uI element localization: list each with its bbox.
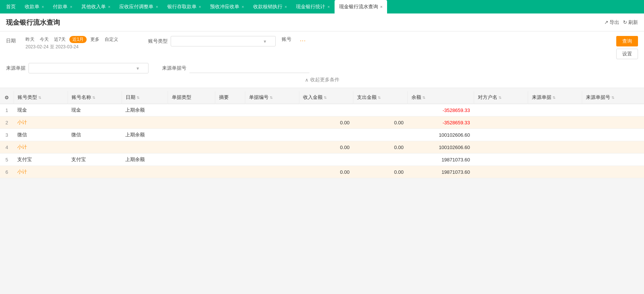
- collapse-button[interactable]: ∧ 收起更多条件: [6, 76, 638, 83]
- date-group: 昨天 今天 近7天 近1月 更多 自定义 2023-02-24 至 2023-0…: [24, 36, 120, 50]
- nav-tab-8[interactable]: 现金银行流水查询 ×: [335, 0, 387, 13]
- sort-account-name[interactable]: 账号名称 ⇅: [72, 94, 118, 101]
- row-num: 5: [0, 154, 14, 166]
- col-source-doc-no: 来源单据号 ⇅: [582, 91, 644, 104]
- cell-counterparty: [474, 154, 528, 166]
- cell-source-doc-no: [582, 129, 644, 141]
- cell-counterparty: [474, 166, 528, 178]
- close-tab-8-icon[interactable]: ×: [380, 4, 383, 9]
- cell-source-doc-no: [582, 154, 644, 166]
- source-doc-no-label: 来源单据号: [162, 65, 186, 72]
- export-button[interactable]: ↗ 导出: [604, 19, 619, 26]
- data-table: ⚙ 账号类型 ⇅ 账号名称 ⇅ 日期: [0, 91, 644, 178]
- nav-tab-4[interactable]: 银行存取款单 ×: [163, 0, 206, 13]
- sort-date[interactable]: 日期 ⇅: [126, 94, 164, 101]
- col-doc-no: 单据编号 ⇅: [245, 91, 299, 104]
- sort-source-doc-icon: ⇅: [552, 96, 555, 100]
- cell-account-name: [68, 166, 122, 178]
- cell-summary: [215, 116, 245, 129]
- nav-tab-5[interactable]: 预收冲应收单 ×: [206, 0, 248, 13]
- sort-source-doc[interactable]: 来源单据 ⇅: [532, 94, 578, 101]
- date-btn-1month[interactable]: 近1月: [69, 36, 87, 43]
- account-ellipsis-button[interactable]: ...: [300, 36, 306, 43]
- close-tab-6-icon[interactable]: ×: [285, 4, 287, 9]
- account-label: 账号: [282, 36, 297, 43]
- cell-balance: -3528659.33: [407, 116, 474, 129]
- table-row: 3 微信 微信 上期余额 100102606.60: [0, 129, 644, 141]
- sort-expense[interactable]: 支出金额 ⇅: [357, 94, 403, 101]
- close-tab-1-icon[interactable]: ×: [70, 4, 72, 9]
- sort-source-doc-no[interactable]: 来源单据号 ⇅: [586, 94, 640, 101]
- cell-date: 上期余额: [122, 154, 168, 166]
- sort-account-type-icon: ⇅: [38, 96, 41, 100]
- col-doc-type: 单据类型: [168, 91, 215, 104]
- date-btn-7days[interactable]: 近7天: [53, 36, 67, 43]
- close-tab-2-icon[interactable]: ×: [108, 4, 110, 9]
- filter-area: 日期 昨天 今天 近7天 近1月 更多 自定义 2023-02-24 至 202…: [0, 31, 644, 88]
- row-num: 4: [0, 141, 14, 154]
- table-row: 4 小计 0.00 0.00 100102606.60: [0, 141, 644, 154]
- sort-counterparty[interactable]: 对方户名 ⇅: [478, 94, 524, 101]
- close-tab-4-icon[interactable]: ×: [199, 4, 201, 9]
- nav-tab-2[interactable]: 其他收入单 ×: [77, 0, 115, 13]
- query-button[interactable]: 查询: [616, 36, 638, 46]
- page-title: 现金银行流水查询: [6, 18, 60, 27]
- col-summary: 摘要: [215, 91, 245, 104]
- sort-account-type[interactable]: 账号类型 ⇅: [18, 94, 64, 101]
- sort-balance[interactable]: 余额 ⇅: [411, 94, 470, 101]
- cell-summary: [215, 166, 245, 178]
- close-tab-3-icon[interactable]: ×: [156, 4, 158, 9]
- cell-summary: [215, 104, 245, 116]
- close-tab-5-icon[interactable]: ×: [242, 4, 244, 9]
- source-doc-chevron-icon: ▾: [137, 66, 139, 71]
- date-btn-yesterday[interactable]: 昨天: [24, 36, 36, 43]
- nav-tab-7[interactable]: 现金银行统计 ×: [291, 0, 334, 13]
- date-shortcuts: 昨天 今天 近7天 近1月 更多 自定义: [24, 36, 120, 43]
- cell-account-name: 现金: [68, 104, 122, 116]
- row-num: 1: [0, 104, 14, 116]
- sort-doc-no[interactable]: 单据编号 ⇅: [249, 94, 295, 101]
- cell-income: 0.00: [299, 166, 353, 178]
- cell-expense: 0.00: [353, 166, 407, 178]
- cell-balance: -3528659.33: [407, 104, 474, 116]
- nav-tab-6[interactable]: 收款核销执行 ×: [249, 0, 291, 13]
- cell-account-type: 支付宝: [14, 154, 68, 166]
- nav-tab-1[interactable]: 付款单 ×: [48, 0, 77, 13]
- table-row: 1 现金 现金 上期余额 -3528659.33: [0, 104, 644, 116]
- cell-source-doc: [528, 129, 582, 141]
- close-tab-7-icon[interactable]: ×: [327, 4, 330, 9]
- date-btn-more[interactable]: 更多: [89, 36, 101, 43]
- cell-source-doc-no: [582, 116, 644, 129]
- date-btn-today[interactable]: 今天: [38, 36, 50, 43]
- account-type-chevron-icon: ▾: [264, 39, 266, 44]
- sort-balance-icon: ⇅: [422, 96, 425, 100]
- sort-expense-icon: ⇅: [378, 96, 381, 100]
- col-account-type: 账号类型 ⇅: [14, 91, 68, 104]
- close-tab-0-icon[interactable]: ×: [42, 4, 44, 9]
- date-btn-custom[interactable]: 自定义: [103, 36, 120, 43]
- source-doc-select[interactable]: ▾: [29, 63, 149, 73]
- settings-button[interactable]: 设置: [616, 49, 638, 59]
- source-doc-no-input[interactable]: [189, 63, 309, 73]
- col-gear[interactable]: ⚙: [0, 91, 14, 104]
- cell-source-doc: [528, 116, 582, 129]
- gear-icon[interactable]: ⚙: [5, 95, 9, 100]
- nav-tab-0[interactable]: 收款单 ×: [20, 0, 48, 13]
- account-type-select[interactable]: ▾: [171, 36, 276, 46]
- cell-doc-type: [168, 154, 215, 166]
- data-table-container: ⚙ 账号类型 ⇅ 账号名称 ⇅ 日期: [0, 91, 644, 178]
- cell-income: [299, 154, 353, 166]
- cell-account-name: [68, 116, 122, 129]
- sort-income[interactable]: 收入金额 ⇅: [303, 94, 349, 101]
- cell-source-doc: [528, 154, 582, 166]
- col-income: 收入金额 ⇅: [299, 91, 353, 104]
- nav-home[interactable]: 首页: [2, 0, 20, 13]
- refresh-button[interactable]: ↻ 刷新: [623, 19, 638, 26]
- cell-date: [122, 141, 168, 154]
- cell-date: 上期余额: [122, 129, 168, 141]
- nav-tab-3[interactable]: 应收应付调整单 ×: [115, 0, 162, 13]
- cell-account-type: 小计: [14, 166, 68, 178]
- cell-source-doc-no: [582, 166, 644, 178]
- cell-counterparty: [474, 116, 528, 129]
- sort-account-name-icon: ⇅: [92, 96, 95, 100]
